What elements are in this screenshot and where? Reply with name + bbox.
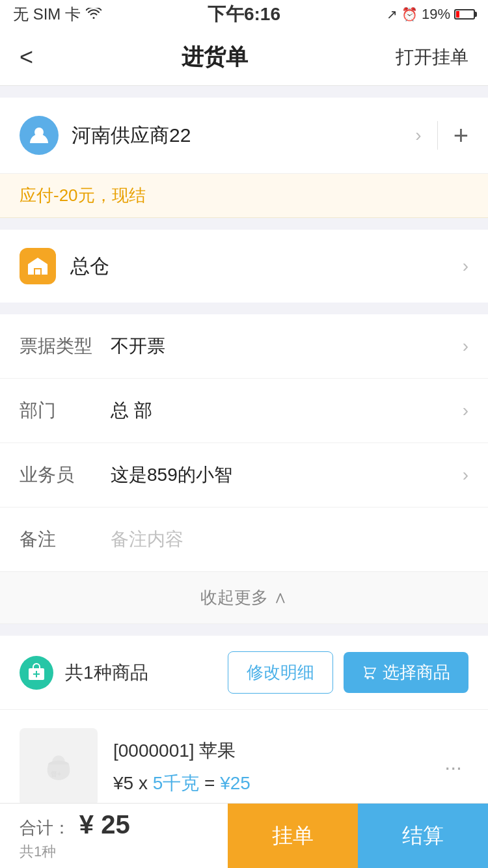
- notice-bar: 应付-20元，现结: [0, 174, 488, 218]
- bottom-total: 合计： ¥ 25 共1种: [0, 810, 228, 861]
- supplier-row[interactable]: 河南供应商22 › +: [0, 98, 488, 174]
- product-info: [0000001] 苹果 ¥5 x 5千克 = ¥25: [113, 739, 438, 796]
- warehouse-icon: [20, 248, 56, 284]
- dept-label: 部门: [20, 398, 104, 423]
- carrier-text: 无 SIM 卡: [13, 4, 81, 25]
- warehouse-row[interactable]: 总仓 ›: [0, 230, 488, 303]
- product-qty: 5千克: [153, 773, 200, 793]
- warehouse-section: 总仓 ›: [0, 230, 488, 303]
- total-label: 合计：: [20, 818, 70, 837]
- remark-label: 备注: [20, 527, 104, 552]
- invoice-chevron-icon: ›: [463, 336, 468, 357]
- remark-row[interactable]: 备注 备注内容: [0, 508, 488, 571]
- page-title: 进货单: [182, 42, 248, 72]
- checkout-button[interactable]: 结算: [358, 804, 488, 869]
- svg-rect-2: [35, 269, 40, 275]
- wifi-icon: [86, 5, 102, 23]
- location-icon: ↗: [386, 7, 398, 22]
- nav-bar: < 进货单 打开挂单: [0, 29, 488, 86]
- supplier-avatar: [20, 116, 59, 155]
- back-button[interactable]: <: [20, 44, 33, 71]
- product-total: ¥25: [220, 773, 251, 793]
- remark-placeholder: 备注内容: [104, 527, 468, 552]
- equal-sign: =: [204, 773, 220, 793]
- salesperson-chevron-icon: ›: [463, 465, 468, 485]
- invoice-type-label: 票据类型: [20, 334, 104, 359]
- salesperson-label: 业务员: [20, 463, 104, 487]
- supplier-chevron-icon: ›: [415, 125, 421, 146]
- invoice-type-row[interactable]: 票据类型 不开票 ›: [0, 314, 488, 379]
- select-product-button[interactable]: 选择商品: [344, 652, 468, 693]
- status-left: 无 SIM 卡: [13, 4, 102, 25]
- dept-value: 总 部: [104, 398, 463, 423]
- status-time: 下午6:16: [208, 2, 280, 27]
- form-section: 票据类型 不开票 › 部门 总 部 › 业务员 这是859的小智 › 备注 备注…: [0, 314, 488, 571]
- product-title: 苹果: [199, 740, 236, 761]
- total-sub: 共1种: [20, 842, 208, 861]
- invoice-type-value: 不开票: [104, 334, 463, 359]
- open-hang-button[interactable]: 打开挂单: [396, 45, 468, 70]
- dept-row[interactable]: 部门 总 部 ›: [0, 379, 488, 443]
- bottom-bar: 合计： ¥ 25 共1种 挂单 结算: [0, 803, 488, 868]
- products-icon: [20, 656, 53, 690]
- price-separator: x: [139, 773, 153, 793]
- products-count: 共1种商品: [65, 660, 228, 685]
- salesperson-value: 这是859的小智: [104, 463, 463, 487]
- vertical-divider: [437, 121, 438, 150]
- hang-button[interactable]: 挂单: [228, 804, 358, 869]
- supplier-name: 河南供应商22: [72, 122, 415, 149]
- status-bar: 无 SIM 卡 下午6:16 ↗ ⏰ 19%: [0, 0, 488, 29]
- product-code: [0000001]: [113, 740, 195, 761]
- status-right: ↗ ⏰ 19%: [386, 6, 475, 23]
- product-more-button[interactable]: ···: [438, 749, 468, 786]
- cart-icon: [362, 665, 377, 681]
- total-amount: ¥ 25: [79, 810, 130, 839]
- alarm-icon: ⏰: [401, 7, 418, 22]
- add-supplier-button[interactable]: +: [454, 121, 468, 150]
- warehouse-chevron-icon: ›: [463, 256, 468, 277]
- edit-detail-button[interactable]: 修改明细: [228, 651, 333, 694]
- products-header: 共1种商品 修改明细 选择商品: [0, 636, 488, 710]
- product-thumbnail: 督+: [20, 728, 98, 806]
- salesperson-row[interactable]: 业务员 这是859的小智 ›: [0, 443, 488, 508]
- product-price: ¥5 x 5千克 = ¥25: [113, 771, 438, 796]
- products-section: 共1种商品 修改明细 选择商品 督+ [000000: [0, 636, 488, 825]
- battery-percent: 19%: [422, 6, 450, 23]
- select-product-label: 选择商品: [383, 661, 450, 684]
- product-name: [0000001] 苹果: [113, 739, 438, 763]
- price-value: ¥5: [113, 773, 133, 793]
- battery-icon: [454, 9, 475, 20]
- warehouse-name: 总仓: [70, 253, 463, 280]
- collapse-bar[interactable]: 收起更多 ∧: [0, 571, 488, 624]
- dept-chevron-icon: ›: [463, 400, 468, 421]
- svg-text:督+: 督+: [51, 770, 61, 778]
- supplier-section: 河南供应商22 › + 应付-20元，现结: [0, 98, 488, 218]
